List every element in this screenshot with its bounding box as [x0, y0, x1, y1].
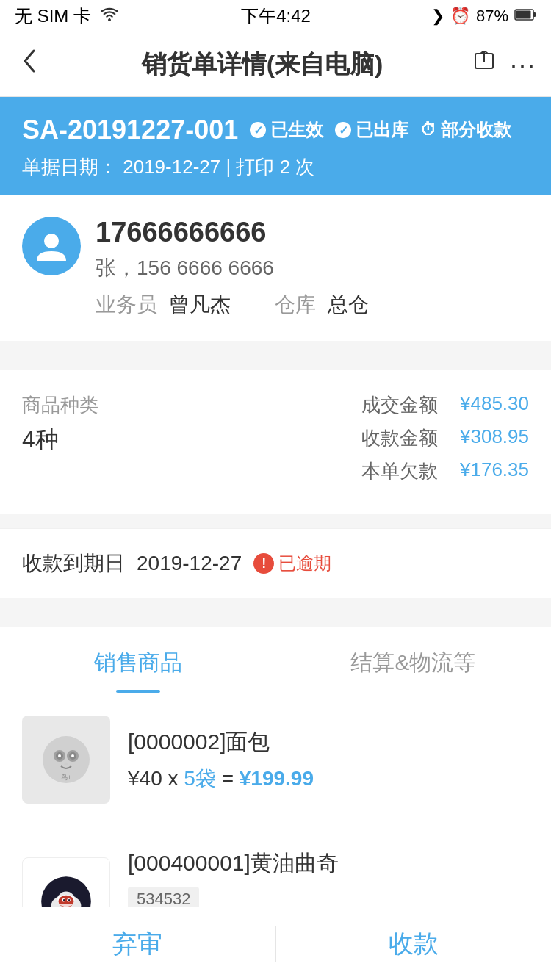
battery-icon	[514, 7, 536, 26]
status-partial: ⏱ 部分收款	[420, 118, 511, 142]
status-right: ❯ ⏰ 87%	[431, 7, 536, 26]
svg-text:鸟+: 鸟+	[61, 774, 71, 781]
product-price-1: ¥40 x 5袋 = ¥199.99	[128, 765, 529, 793]
arrears-row: 本单欠款 ¥176.35	[361, 458, 529, 484]
svg-point-23	[68, 899, 70, 901]
product-details-1: [0000002]面包 ¥40 x 5袋 = ¥199.99	[128, 727, 529, 793]
customer-section: 17666666666 张，156 6666 6666 业务员 曾凡杰 仓库 总…	[0, 195, 551, 341]
product-name-2: [000400001]黄油曲奇	[128, 849, 529, 879]
status-effective: ✓ 已生效	[250, 118, 323, 142]
product-thumbnail-1: 鸟+	[22, 716, 110, 804]
carrier-text: 无 SIM 卡	[15, 4, 91, 28]
clock-icon: ⏱	[420, 120, 436, 140]
amount-row: 成交金额 ¥485.30	[361, 392, 529, 418]
order-date-info: 单据日期： 2019-12-27 | 打印 2 次	[22, 154, 529, 180]
overdue-icon: !	[253, 553, 274, 574]
financial-summary: 成交金额 ¥485.30 收款金额 ¥308.95 本单欠款 ¥176.35	[361, 392, 529, 491]
due-date-section: 收款到期日 2019-12-27 ! 已逾期	[0, 528, 551, 598]
tab-products[interactable]: 销售商品	[0, 627, 276, 693]
page-title: 销货单详情(来自电脑)	[51, 48, 473, 82]
status-bar: 无 SIM 卡 下午4:42 ❯ ⏰ 87%	[0, 0, 551, 32]
order-id: SA-20191227-001	[22, 115, 238, 145]
tabs-section: 销售商品 结算&物流等	[0, 627, 551, 693]
bottom-bar: 弃审 收款	[0, 907, 551, 980]
customer-name: 张，156 6666 6666	[96, 254, 529, 282]
wifi-icon	[98, 6, 120, 26]
alarm-icon: ⏰	[450, 7, 470, 26]
customer-meta: 业务员 曾凡杰 仓库 总仓	[96, 291, 529, 319]
product-name-1: [0000002]面包	[128, 727, 529, 757]
svg-rect-2	[533, 12, 536, 17]
more-icon[interactable]: ···	[510, 49, 536, 80]
back-button[interactable]	[15, 41, 51, 87]
status-shipped: ✓ 已出库	[335, 118, 408, 142]
svg-rect-3	[516, 11, 531, 19]
divider-2	[0, 598, 551, 613]
customer-avatar	[22, 217, 81, 275]
order-header: SA-20191227-001 ✓ 已生效 ✓ 已出库 ⏱ 部分收款 单据日期：…	[0, 97, 551, 195]
nav-actions: ···	[473, 49, 536, 80]
received-row: 收款金额 ¥308.95	[361, 425, 529, 451]
svg-point-12	[58, 754, 61, 757]
order-id-row: SA-20191227-001 ✓ 已生效 ✓ 已出库 ⏱ 部分收款	[22, 115, 529, 145]
warehouse-field: 仓库 总仓	[275, 291, 369, 319]
nav-bar: 销货单详情(来自电脑) ···	[0, 32, 551, 97]
status-left: 无 SIM 卡	[15, 4, 120, 28]
cancel-review-button[interactable]: 弃审	[0, 912, 276, 976]
salesperson-field: 业务员 曾凡杰	[96, 291, 231, 319]
svg-point-13	[71, 754, 74, 757]
svg-point-0	[108, 18, 111, 21]
tab-settlement[interactable]: 结算&物流等	[276, 627, 551, 693]
share-icon[interactable]	[473, 51, 495, 78]
summary-section: 商品种类 4种 成交金额 ¥485.30 收款金额 ¥308.95 本单欠款 ¥…	[0, 370, 551, 514]
customer-info: 17666666666 张，156 6666 6666 业务员 曾凡杰 仓库 总…	[96, 217, 529, 319]
battery-text: 87%	[476, 7, 508, 26]
svg-point-22	[63, 899, 65, 901]
collect-payment-button[interactable]: 收款	[276, 912, 552, 976]
location-icon: ❯	[431, 7, 444, 26]
overdue-badge: ! 已逾期	[253, 552, 331, 575]
list-item: 鸟+ [0000002]面包 ¥40 x 5袋 = ¥199.99	[0, 693, 551, 826]
divider-1	[0, 341, 551, 356]
product-type-summary: 商品种类 4种	[22, 392, 98, 456]
svg-point-6	[44, 234, 59, 248]
time-display: 下午4:42	[241, 4, 311, 28]
check-icon-1: ✓	[250, 122, 266, 138]
check-icon-2: ✓	[335, 122, 351, 138]
customer-phone: 17666666666	[96, 217, 529, 248]
